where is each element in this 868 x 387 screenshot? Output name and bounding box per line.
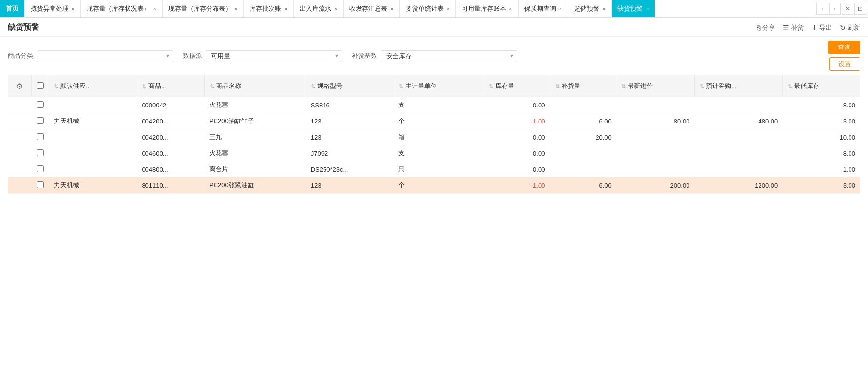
tab-close-shortage[interactable]: × — [646, 6, 649, 12]
tab-item-shortage[interactable]: 缺货预警× — [612, 0, 655, 17]
th-product-name: 商品名称 — [204, 75, 306, 97]
tab-item-batch-account[interactable]: 库存批次账× — [244, 0, 293, 17]
tab-close-pick-exception[interactable]: × — [72, 6, 74, 12]
td-supplier-1 — [49, 97, 137, 113]
td-product-code-4: 004600... — [137, 145, 204, 161]
tab-close-all-button[interactable]: ✕ — [842, 3, 853, 15]
tab-close-overstock[interactable]: × — [602, 6, 605, 12]
th-est-purchase: 预计采购... — [694, 75, 782, 97]
tab-item-expiry-query[interactable]: 保质期查询× — [519, 0, 568, 17]
tab-item-order-stat[interactable]: 要货单统计表× — [400, 0, 456, 17]
row-checkbox-1[interactable] — [37, 101, 44, 108]
td-stock-qty-4: 0.00 — [484, 145, 550, 161]
table-settings-icon[interactable]: ⚙ — [13, 79, 26, 93]
tab-label-order-stat: 要货单统计表 — [406, 4, 444, 13]
sort-min-stock[interactable]: 最低库存 — [788, 82, 819, 89]
tab-label-available-ledger: 可用量库存账本 — [462, 4, 506, 13]
select-all-checkbox[interactable] — [37, 82, 44, 89]
category-select[interactable] — [37, 50, 173, 62]
tab-item-overstock[interactable]: 超储预警× — [568, 0, 612, 17]
td-latest-price-6: 200.00 — [616, 177, 695, 194]
row-checkbox-3[interactable] — [37, 133, 44, 140]
td-product-name-4: 火花塞 — [204, 145, 306, 161]
query-button[interactable]: 查询 — [828, 41, 860, 54]
export-action[interactable]: ⬇ 导出 — [812, 23, 832, 32]
td-est-purchase-4 — [694, 145, 782, 161]
tab-prev-button[interactable]: ‹ — [816, 3, 828, 15]
td-spec-4: J7092 — [306, 145, 394, 161]
td-replenish-qty-1 — [550, 97, 616, 113]
tab-next-button[interactable]: › — [829, 3, 841, 15]
replenish-action[interactable]: ☰ 补货 — [783, 23, 804, 32]
table-container: ⚙ 默认供应... 商品... 商品名称 规格型号 主计量单位 库存量 补货量 … — [0, 75, 868, 194]
table-row: 0000042火花塞SS816支0.008.00 — [8, 97, 860, 113]
replenish-base-select[interactable]: 安全库存 — [381, 50, 517, 62]
td-unit-2: 个 — [394, 113, 484, 129]
td-product-code-3: 004200... — [137, 129, 204, 145]
td-checkbox-6 — [32, 177, 49, 194]
sort-stock-qty[interactable]: 库存量 — [489, 82, 514, 89]
td-min-stock-3: 10.00 — [782, 129, 860, 145]
sort-default-supplier[interactable]: 默认供应... — [54, 82, 91, 89]
td-replenish-qty-4 — [550, 145, 616, 161]
td-stock-qty-6: -1.00 — [484, 177, 550, 194]
td-est-purchase-2: 480.00 — [694, 113, 782, 129]
tab-expand-button[interactable]: ⊡ — [854, 3, 866, 15]
tab-close-inout-flow[interactable]: × — [334, 6, 337, 12]
th-unit: 主计量单位 — [394, 75, 484, 97]
page-header: 缺货预警 ⎘ 分享 ☰ 补货 ⬇ 导出 ↻ 刷新 — [0, 18, 868, 37]
filter-row: 商品分类 数据源 可用量 补货基数 安全库存 — [0, 37, 868, 75]
td-settings-1 — [8, 97, 32, 113]
share-action[interactable]: ⎘ 分享 — [757, 23, 775, 32]
td-est-purchase-6: 1200.00 — [694, 177, 782, 194]
tab-close-current-stock-status[interactable]: × — [153, 6, 156, 12]
sort-est-purchase[interactable]: 预计采购... — [700, 82, 737, 89]
td-replenish-qty-2: 6.00 — [550, 113, 616, 129]
tab-item-current-stock-status[interactable]: 现存量（库存状况表）× — [81, 0, 162, 17]
row-checkbox-5[interactable] — [37, 165, 44, 172]
td-checkbox-2 — [32, 113, 49, 129]
tab-close-available-ledger[interactable]: × — [509, 6, 512, 12]
sort-product-code[interactable]: 商品... — [142, 82, 166, 89]
tab-close-receive-summary[interactable]: × — [390, 6, 393, 12]
sort-latest-price[interactable]: 最新进价 — [621, 82, 653, 89]
datasource-filter-group: 数据源 可用量 — [183, 50, 342, 62]
settings-button[interactable]: 设置 — [829, 57, 860, 71]
replenish-base-filter-group: 补货基数 安全库存 — [352, 50, 517, 62]
td-unit-5: 只 — [394, 161, 484, 177]
datasource-select[interactable]: 可用量 — [206, 50, 342, 62]
tab-bar: 首页拣货异常处理×现存量（库存状况表）×现存量（库存分布表）×库存批次账×出入库… — [0, 0, 868, 18]
td-replenish-qty-5 — [550, 161, 616, 177]
tab-item-inout-flow[interactable]: 出入库流水× — [294, 0, 344, 17]
sort-replenish-qty[interactable]: 补货量 — [555, 82, 580, 89]
row-checkbox-2[interactable] — [37, 117, 44, 124]
sort-product-name[interactable]: 商品名称 — [210, 82, 241, 89]
tab-item-home[interactable]: 首页 — [0, 0, 25, 17]
th-checkbox — [32, 75, 49, 97]
sort-spec[interactable]: 规格型号 — [311, 82, 343, 89]
replenish-icon: ☰ — [783, 24, 789, 32]
td-settings-3 — [8, 129, 32, 145]
td-settings-5 — [8, 161, 32, 177]
row-checkbox-4[interactable] — [37, 149, 44, 156]
th-min-stock: 最低库存 — [782, 75, 860, 97]
tab-item-pick-exception[interactable]: 拣货异常处理× — [25, 0, 81, 17]
tab-item-receive-summary[interactable]: 收发存汇总表× — [344, 0, 399, 17]
td-settings-4 — [8, 145, 32, 161]
tab-close-expiry-query[interactable]: × — [559, 6, 562, 12]
replenish-base-select-wrapper: 安全库存 — [381, 50, 517, 62]
row-checkbox-6[interactable] — [37, 181, 44, 188]
td-product-name-3: 三九 — [204, 129, 306, 145]
tab-close-current-stock-dist[interactable]: × — [235, 6, 237, 12]
page-title: 缺货预警 — [8, 22, 39, 33]
tab-item-current-stock-dist[interactable]: 现存量（库存分布表）× — [163, 0, 244, 17]
td-unit-4: 支 — [394, 145, 484, 161]
td-product-name-6: PC200张紧油缸 — [204, 177, 306, 194]
tab-item-available-ledger[interactable]: 可用量库存账本× — [456, 0, 518, 17]
refresh-action[interactable]: ↻ 刷新 — [840, 23, 860, 32]
th-latest-price: 最新进价 — [616, 75, 695, 97]
tab-close-order-stat[interactable]: × — [447, 6, 450, 12]
tab-close-batch-account[interactable]: × — [284, 6, 287, 12]
sort-unit[interactable]: 主计量单位 — [399, 82, 437, 89]
td-checkbox-5 — [32, 161, 49, 177]
